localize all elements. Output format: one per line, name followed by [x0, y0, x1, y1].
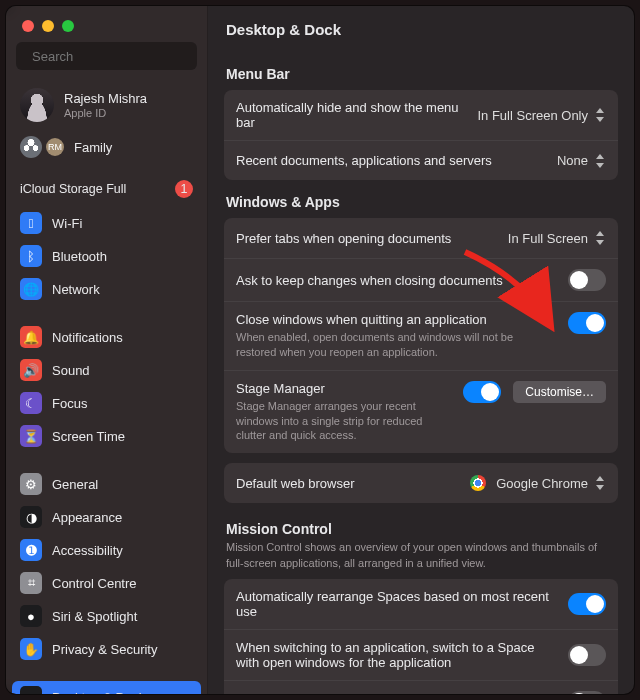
mission-row-2[interactable]: Group windows by application [224, 680, 618, 694]
control-icon: ⌗ [20, 572, 42, 594]
row-label: When switching to an application, switch… [236, 640, 556, 670]
mission-control-header: Mission Control Mission Control shows an… [224, 521, 618, 579]
sidebar-item-bluetooth[interactable]: ᛒBluetooth [12, 240, 201, 272]
recents-popup[interactable]: None [557, 153, 606, 169]
section-mission-title: Mission Control [226, 521, 616, 537]
mission-toggle-2[interactable] [568, 691, 606, 694]
minimize-window[interactable] [42, 20, 54, 32]
appearance-icon: ◑ [20, 506, 42, 528]
close-window[interactable] [22, 20, 34, 32]
stage-manager-toggle[interactable] [463, 381, 501, 403]
row-label: Ask to keep changes when closing documen… [236, 273, 556, 288]
ask-keep-changes-row[interactable]: Ask to keep changes when closing documen… [224, 258, 618, 301]
chevron-updown-icon [594, 475, 606, 491]
siri-icon: ● [20, 605, 42, 627]
window-controls [22, 20, 74, 32]
user-name: Rajesh Mishra [64, 91, 147, 106]
search-field[interactable] [16, 42, 197, 70]
sidebar-item-appearance[interactable]: ◑Appearance [12, 501, 201, 533]
chevron-updown-icon [594, 153, 606, 169]
row-label: Automatically rearrange Spaces based on … [236, 589, 556, 619]
stage-manager-customise-button[interactable]: Customise… [513, 381, 606, 403]
sidebar-item-label: Appearance [52, 510, 122, 525]
settings-window: Rajesh Mishra Apple ID RM Family iCloud … [6, 6, 634, 694]
sidebar-item-label: Siri & Spotlight [52, 609, 137, 624]
icloud-storage-row[interactable]: iCloud Storage Full 1 [6, 170, 207, 202]
close-windows-quit-row[interactable]: Close windows when quitting an applicati… [224, 301, 618, 370]
menubar-autohide-popup[interactable]: In Full Screen Only [477, 107, 606, 123]
sidebar-item-wi-fi[interactable]: 􀙇Wi-Fi [12, 207, 201, 239]
sidebar-item-label: Notifications [52, 330, 123, 345]
row-label: Stage Manager [236, 381, 451, 396]
chevron-updown-icon [594, 107, 606, 123]
row-label: Prefer tabs when opening documents [236, 231, 496, 246]
search-input[interactable] [30, 48, 202, 65]
row-label: Default web browser [236, 476, 458, 491]
gear-icon: ⚙ [20, 473, 42, 495]
prefer-tabs-row[interactable]: Prefer tabs when opening documents In Fu… [224, 218, 618, 258]
stage-manager-row[interactable]: Stage Manager Stage Manager arranges you… [224, 370, 618, 454]
mission-toggle-0[interactable] [568, 593, 606, 615]
accessibility-icon: ➊ [20, 539, 42, 561]
section-windows-title: Windows & Apps [226, 194, 616, 210]
sidebar-item-notifications[interactable]: 🔔Notifications [12, 321, 201, 353]
apple-id-row[interactable]: Rajesh Mishra Apple ID [6, 80, 207, 130]
mission-toggle-1[interactable] [568, 644, 606, 666]
zoom-window[interactable] [62, 20, 74, 32]
row-label: Close windows when quitting an applicati… [236, 312, 556, 327]
sidebar-item-label: General [52, 477, 98, 492]
bell-icon: 🔔 [20, 326, 42, 348]
sidebar-item-label: Sound [52, 363, 90, 378]
prefer-tabs-popup[interactable]: In Full Screen [508, 230, 606, 246]
family-icon [20, 136, 42, 158]
sidebar-item-sound[interactable]: 🔊Sound [12, 354, 201, 386]
mission-row-1[interactable]: When switching to an application, switch… [224, 629, 618, 680]
sidebar-item-screen-time[interactable]: ⏳Screen Time [12, 420, 201, 452]
sidebar-item-accessibility[interactable]: ➊Accessibility [12, 534, 201, 566]
family-row[interactable]: RM Family [6, 130, 207, 170]
mission-row-0[interactable]: Automatically rearrange Spaces based on … [224, 579, 618, 629]
sidebar-item-privacy-security[interactable]: ✋Privacy & Security [12, 633, 201, 665]
focus-icon: ☾ [20, 392, 42, 414]
section-menubar-title: Menu Bar [226, 66, 616, 82]
sidebar-item-label: Network [52, 282, 100, 297]
ask-keep-changes-toggle[interactable] [568, 269, 606, 291]
section-mission-desc: Mission Control shows an overview of you… [226, 540, 616, 571]
privacy-icon: ✋ [20, 638, 42, 660]
row-label: Automatically hide and show the menu bar [236, 100, 465, 130]
sidebar-item-focus[interactable]: ☾Focus [12, 387, 201, 419]
sidebar-item-label: Screen Time [52, 429, 125, 444]
default-browser-popup[interactable]: Google Chrome [470, 475, 606, 491]
chevron-updown-icon [594, 230, 606, 246]
family-label: Family [74, 140, 112, 155]
screentime-icon: ⏳ [20, 425, 42, 447]
sidebar-item-label: Accessibility [52, 543, 123, 558]
dock-icon: ▭ [20, 686, 42, 694]
chrome-icon [470, 475, 486, 491]
close-windows-quit-toggle[interactable] [568, 312, 606, 334]
sound-icon: 🔊 [20, 359, 42, 381]
sidebar-item-label: Focus [52, 396, 87, 411]
content-scroll[interactable]: Menu Bar Automatically hide and show the… [208, 52, 634, 694]
sidebar-item-siri-spotlight[interactable]: ●Siri & Spotlight [12, 600, 201, 632]
mission-card: Automatically rearrange Spaces based on … [224, 579, 618, 694]
menubar-card: Automatically hide and show the menu bar… [224, 90, 618, 180]
page-title: Desktop & Dock [208, 6, 634, 52]
browser-card: Default web browser Google Chrome [224, 463, 618, 503]
sidebar-nav: 􀙇Wi-FiᛒBluetooth🌐Network🔔Notifications🔊S… [6, 202, 207, 694]
sidebar-item-control-centre[interactable]: ⌗Control Centre [12, 567, 201, 599]
sidebar: Rajesh Mishra Apple ID RM Family iCloud … [6, 6, 208, 694]
recents-row[interactable]: Recent documents, applications and serve… [224, 140, 618, 180]
row-sub: Stage Manager arranges your recent windo… [236, 399, 451, 444]
icloud-badge: 1 [175, 180, 193, 198]
sidebar-item-general[interactable]: ⚙General [12, 468, 201, 500]
sidebar-item-network[interactable]: 🌐Network [12, 273, 201, 305]
bluetooth-icon: ᛒ [20, 245, 42, 267]
menubar-autohide-row[interactable]: Automatically hide and show the menu bar… [224, 90, 618, 140]
sidebar-item-desktop-dock[interactable]: ▭Desktop & Dock [12, 681, 201, 694]
avatar [20, 88, 54, 122]
sidebar-item-label: Privacy & Security [52, 642, 157, 657]
row-label: Recent documents, applications and serve… [236, 153, 545, 168]
icloud-storage-label: iCloud Storage Full [20, 182, 126, 196]
default-browser-row[interactable]: Default web browser Google Chrome [224, 463, 618, 503]
